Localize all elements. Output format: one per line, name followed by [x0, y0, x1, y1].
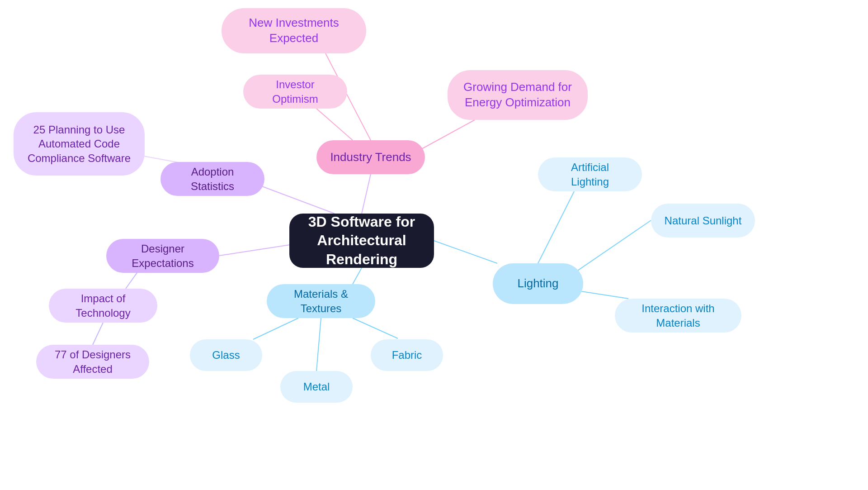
natural-sunlight-node: Natural Sunlight [651, 204, 755, 238]
svg-line-13 [434, 241, 497, 263]
adoption-stats-node: Adoption Statistics [160, 162, 264, 196]
interaction-materials-node: Interaction with Materials [615, 299, 741, 333]
planning-code-node: 25 Planning to Use Automated Code Compli… [14, 112, 145, 176]
industry-trends-node: Industry Trends [316, 140, 425, 174]
materials-textures-node: Materials & Textures [267, 284, 375, 318]
designer-expectations-node: Designer Expectations [106, 239, 219, 273]
svg-line-11 [316, 318, 321, 371]
svg-line-0 [362, 174, 371, 214]
svg-line-2 [316, 109, 353, 140]
center-node: 3D Software for Architectural Rendering [289, 214, 434, 268]
svg-line-8 [93, 323, 103, 345]
svg-line-14 [538, 191, 574, 263]
growing-demand-node: Growing Demand for Energy Optimization [448, 70, 588, 120]
fabric-node: Fabric [371, 339, 443, 371]
svg-line-15 [570, 220, 651, 276]
investor-optimism-node: Investor Optimism [243, 75, 347, 109]
metal-node: Metal [280, 371, 353, 403]
impact-tech-node: Impact of Technology [49, 289, 157, 323]
svg-line-12 [353, 318, 398, 338]
new-investments-node: New Investments Expected [222, 8, 366, 53]
svg-line-10 [253, 318, 298, 339]
glass-node: Glass [190, 339, 262, 371]
svg-line-9 [353, 268, 362, 284]
designers-affected-node: 77 of Designers Affected [36, 345, 149, 379]
artificial-lighting-node: Artificial Lighting [538, 157, 642, 191]
lighting-node: Lighting [493, 263, 583, 304]
